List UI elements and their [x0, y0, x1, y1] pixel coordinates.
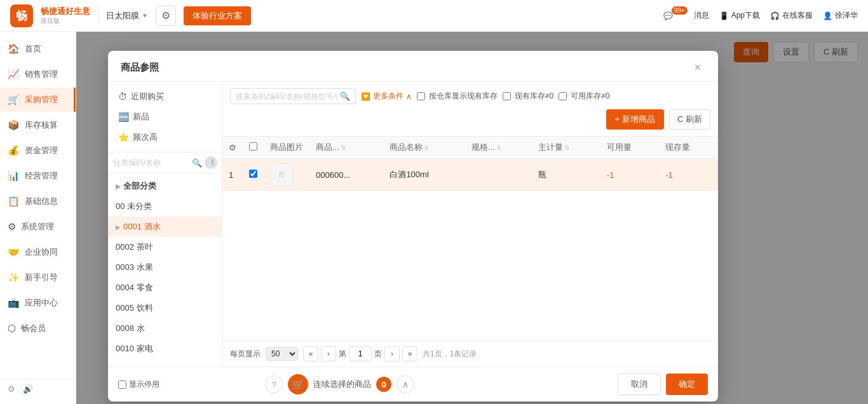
spec-sort-icon[interactable]: ⇅ — [496, 144, 501, 151]
sidebar-label-enterprise: 企业协同 — [25, 246, 58, 258]
available-stock-checkbox[interactable] — [559, 92, 567, 100]
new-product-label: 新品 — [133, 111, 149, 123]
help-button[interactable]: ? — [265, 375, 283, 393]
company-selector[interactable]: 日太阳膜 ▼ — [106, 10, 148, 22]
table-settings-icon[interactable]: ⚙ — [229, 143, 236, 152]
table-row[interactable]: 1 图 000600... 白酒100ml 瓶 -1 — [222, 159, 718, 191]
sidebar-item-guide[interactable]: ✨ 新手引导 — [0, 266, 76, 290]
sidebar-item-sales[interactable]: 📈 销售管理 — [0, 62, 76, 86]
td-name: 白酒100ml — [383, 159, 465, 191]
sidebar-item-member[interactable]: ⬡ 畅会员 — [0, 316, 76, 340]
cancel-button[interactable]: 取消 — [618, 374, 661, 395]
category-all[interactable]: ▶ 全部分类 — [108, 176, 222, 196]
high-frequency-label: 频次高 — [133, 131, 158, 143]
sidebar-item-enterprise[interactable]: 🤝 企业协同 — [0, 240, 76, 264]
navbar-right: 💬 99+ 消息 📱 App下载 🎧 在线客服 👤 徐泽华 — [663, 10, 858, 21]
available-stock-label: 可用库存≠0 — [571, 91, 609, 102]
selector-arrow-icon: ▼ — [142, 12, 148, 19]
service-icon: 🎧 — [770, 11, 780, 20]
category-search-input[interactable] — [113, 158, 189, 167]
sidebar-item-inventory[interactable]: 📦 库存核算 — [0, 113, 76, 137]
sales-icon: 📈 — [8, 69, 20, 80]
warehouse-filter-checkbox[interactable] — [417, 92, 425, 100]
prev-page-button[interactable]: ‹ — [321, 346, 336, 361]
settings-gear-icon[interactable]: ⚙ — [156, 6, 176, 26]
per-page-label: 每页显示 — [230, 349, 261, 360]
filter-arrow-icon: ∧ — [406, 92, 412, 101]
navbar: 畅 畅捷通好生意 搭目版 日太阳膜 ▼ ⚙ 体验行业方案 💬 99+ 消息 📱 … — [0, 0, 868, 32]
product-table: ⚙ 商品图片 商品...⇅ 商品名称⇅ 规格...⇅ 主计量⇅ 可用量 现存量 — [222, 137, 718, 191]
category-water[interactable]: 0008 水 — [108, 318, 222, 339]
sidebar-item-home[interactable]: 🏠 首页 — [0, 37, 76, 61]
service-label: 在线客服 — [782, 10, 813, 21]
new-product-btn[interactable]: 🆕 新品 — [113, 107, 217, 126]
product-search-icon[interactable]: 🔍 — [340, 91, 350, 101]
last-page-button[interactable]: » — [402, 346, 417, 361]
current-stock-checkbox[interactable] — [503, 92, 511, 100]
current-page-input[interactable] — [349, 346, 372, 361]
product-search-input[interactable] — [236, 92, 337, 101]
next-page-button[interactable]: › — [384, 346, 400, 361]
all-cat-arrow-icon: ▶ — [116, 183, 121, 190]
category-unclassified[interactable]: 00 未分类 — [108, 196, 222, 217]
collapse-button[interactable]: 《 — [205, 156, 217, 169]
user-profile-btn[interactable]: 👤 徐泽华 — [823, 10, 858, 21]
modal-close-button[interactable]: × — [690, 60, 705, 75]
th-check — [243, 137, 264, 159]
show-disabled-checkbox[interactable] — [118, 380, 126, 389]
company-name: 日太阳膜 — [106, 10, 139, 22]
category-appliance-label: 0010 家电 — [116, 343, 153, 354]
fold-button[interactable]: ∧ — [397, 375, 414, 393]
customer-service-btn[interactable]: 🎧 在线客服 — [770, 10, 813, 21]
message-icon: 💬 — [663, 11, 673, 20]
category-liquor[interactable]: ▶ 0001 酒水 — [108, 217, 222, 237]
settings-bottom-icon[interactable]: ⚙ — [8, 384, 15, 394]
th-name: 商品名称⇅ — [383, 137, 465, 159]
category-snacks[interactable]: 0004 零食 — [108, 278, 222, 298]
recent-purchase-btn[interactable]: ⏱ 近期购买 — [113, 87, 217, 106]
sidebar-item-finance[interactable]: 💰 资金管理 — [0, 138, 76, 163]
sidebar-item-purchase[interactable]: 🛒 采购管理 — [0, 88, 76, 112]
category-tea[interactable]: 0002 茶叶 — [108, 237, 222, 257]
row-checkbox[interactable] — [249, 170, 257, 178]
user-name: 徐泽华 — [835, 10, 858, 21]
continuous-select-label: 连续选择的商品 — [313, 379, 371, 390]
name-sort-icon[interactable]: ⇅ — [424, 144, 429, 151]
confirm-button[interactable]: 确定 — [666, 374, 708, 395]
category-search-icon[interactable]: 🔍 — [192, 158, 202, 168]
trial-button[interactable]: 体验行业方案 — [184, 6, 251, 25]
td-available: -1 — [600, 159, 660, 191]
app-download-btn[interactable]: 📱 App下载 — [719, 10, 760, 21]
enterprise-icon: 🤝 — [8, 246, 20, 258]
messages-btn[interactable]: 💬 99+ 消息 — [663, 10, 709, 21]
table-body: 1 图 000600... 白酒100ml 瓶 -1 — [222, 159, 718, 191]
more-filter-button[interactable]: 🔽 更多条件 ∧ — [361, 91, 412, 102]
high-frequency-btn[interactable]: ⭐ 频次高 — [113, 128, 217, 147]
purchase-icon: 🛒 — [8, 94, 20, 105]
th-available: 可用量 — [600, 137, 660, 159]
main-layout: 🏠 首页 📈 销售管理 🛒 采购管理 📦 库存核算 💰 资金管理 📊 经营管理 … — [0, 32, 868, 404]
code-sort-icon[interactable]: ⇅ — [341, 144, 346, 151]
page-suffix: 页 — [374, 349, 382, 360]
unit-sort-icon[interactable]: ⇅ — [564, 144, 569, 151]
sidebar-item-basic-info[interactable]: 📋 基础信息 — [0, 189, 76, 213]
category-drinks[interactable]: 0005 饮料 — [108, 298, 222, 318]
per-page-select[interactable]: 50 20 100 — [266, 347, 298, 361]
sidebar-item-operations[interactable]: 📊 经营管理 — [0, 164, 76, 188]
category-appliance[interactable]: 0010 家电 — [108, 339, 222, 359]
category-fruit-label: 0003 水果 — [116, 262, 153, 273]
cart-icon-button[interactable]: 🛒 — [288, 374, 308, 394]
add-product-button[interactable]: + 新增商品 — [606, 109, 664, 130]
pagination-bar: 每页显示 50 20 100 « ‹ 第 页 › — [222, 340, 718, 367]
sidebar-item-apps[interactable]: 📺 应用中心 — [0, 291, 76, 315]
sidebar-label-guide: 新手引导 — [25, 272, 58, 283]
brand: 畅捷通好生意 搭目版 — [41, 6, 90, 25]
sidebar-item-system[interactable]: ⚙ 系统管理 — [0, 215, 76, 239]
sound-icon[interactable]: 🔊 — [23, 384, 33, 394]
product-lookup-modal: 商品参照 × ⏱ 近期购买 🆕 新品 — [108, 51, 718, 401]
first-page-button[interactable]: « — [303, 346, 318, 361]
category-fruit[interactable]: 0003 水果 — [108, 257, 222, 278]
apps-icon: 📺 — [8, 297, 20, 309]
refresh-button[interactable]: C 刷新 — [669, 109, 710, 130]
select-all-checkbox[interactable] — [249, 142, 257, 151]
